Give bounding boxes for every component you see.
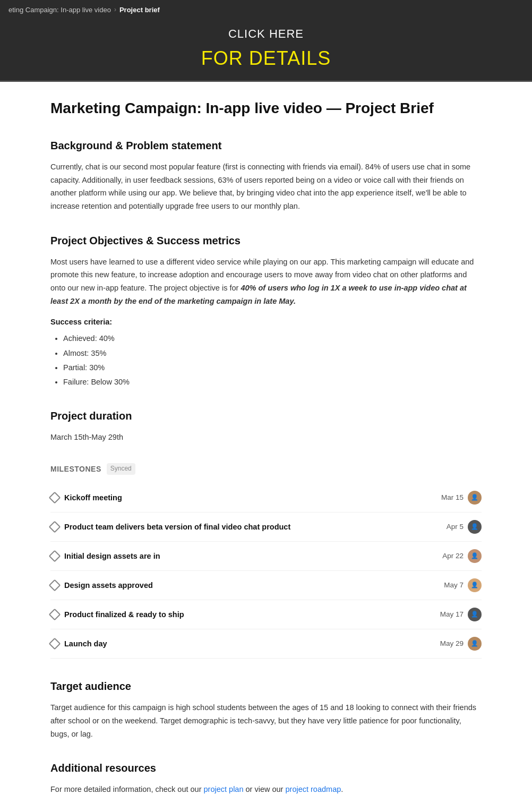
project-roadmap-link[interactable]: project roadmap xyxy=(285,785,341,793)
milestone-icon xyxy=(49,492,61,504)
milestone-name: Launch day xyxy=(64,638,107,650)
breadcrumb-parent: eting Campaign: In-app live video xyxy=(8,5,111,16)
milestone-date: May 29 xyxy=(440,638,464,650)
section-objectives: Project Objectives & Success metrics Mos… xyxy=(50,232,482,389)
milestone-row: Launch day May 29 👤 xyxy=(50,629,482,659)
milestone-date: Apr 5 xyxy=(447,521,464,533)
milestone-left: Launch day xyxy=(50,638,107,650)
milestone-date: Mar 15 xyxy=(441,492,464,503)
milestone-icon xyxy=(49,579,61,592)
milestone-left: Product team delivers beta version of fi… xyxy=(50,521,290,533)
section-milestones: Milestones Synced Kickoff meeting Mar 15… xyxy=(50,463,482,659)
section-target: Target audience Target audience for this… xyxy=(50,678,482,740)
milestone-left: Design assets approved xyxy=(50,579,153,592)
milestone-date: Apr 22 xyxy=(442,550,464,562)
project-plan-link[interactable]: project plan xyxy=(204,785,244,793)
list-item: Achieved: 40% xyxy=(63,332,482,345)
section-background-heading: Background & Problem statement xyxy=(50,137,482,154)
avatar: 👤 xyxy=(468,491,482,505)
milestone-left: Product finalized & ready to ship xyxy=(50,609,184,621)
section-resources-body: For more detailed information, check out… xyxy=(50,783,482,796)
milestone-left: Initial design assets are in xyxy=(50,550,160,562)
milestone-name: Product finalized & ready to ship xyxy=(64,609,184,621)
list-item: Almost: 35% xyxy=(63,347,482,360)
milestone-row: Product finalized & ready to ship May 17… xyxy=(50,600,482,629)
milestone-icon xyxy=(49,638,61,650)
milestone-icon xyxy=(49,550,61,562)
success-criteria-label: Success criteria: xyxy=(50,316,482,328)
milestone-date: May 17 xyxy=(440,609,464,620)
section-duration-heading: Project duration xyxy=(50,407,482,424)
section-resources-heading: Additional resources xyxy=(50,759,482,776)
list-item: Partial: 30% xyxy=(63,362,482,374)
milestone-name: Product team delivers beta version of fi… xyxy=(64,521,290,533)
milestone-icon xyxy=(49,521,61,533)
section-background: Background & Problem statement Currently… xyxy=(50,137,482,213)
milestone-right: May 29 👤 xyxy=(440,637,482,651)
section-target-heading: Target audience xyxy=(50,678,482,695)
breadcrumb-current: Project brief xyxy=(119,5,160,16)
milestones-title: Milestones xyxy=(50,463,101,475)
milestone-left: Kickoff meeting xyxy=(50,492,122,504)
avatar: 👤 xyxy=(468,608,482,621)
milestone-right: Apr 5 👤 xyxy=(447,520,482,534)
section-duration: Project duration March 15th-May 29th xyxy=(50,407,482,444)
section-objectives-body: Most users have learned to use a differe… xyxy=(50,255,482,308)
section-duration-dates: March 15th-May 29th xyxy=(50,431,482,444)
milestone-name: Kickoff meeting xyxy=(64,492,122,504)
banner[interactable]: CLICK HERE For Details xyxy=(0,20,532,82)
section-background-body: Currently, chat is our second most popul… xyxy=(50,160,482,213)
section-objectives-heading: Project Objectives & Success metrics xyxy=(50,232,482,249)
banner-details-text: For Details xyxy=(0,43,532,74)
milestone-name: Initial design assets are in xyxy=(64,550,160,562)
avatar: 👤 xyxy=(468,637,482,651)
milestone-row: Product team delivers beta version of fi… xyxy=(50,513,482,542)
milestone-date: May 7 xyxy=(444,579,464,591)
breadcrumb: eting Campaign: In-app live video › Proj… xyxy=(8,5,160,16)
milestone-right: May 7 👤 xyxy=(444,578,482,592)
milestones-header: Milestones Synced xyxy=(50,463,482,475)
success-criteria-list: Achieved: 40% Almost: 35% Partial: 30% F… xyxy=(50,332,482,388)
milestone-right: Mar 15 👤 xyxy=(441,491,482,505)
section-resources: Additional resources For more detailed i… xyxy=(50,759,482,796)
resources-mid-text: or view our xyxy=(244,785,286,793)
avatar: 👤 xyxy=(468,520,482,534)
breadcrumb-separator: › xyxy=(114,5,116,15)
milestone-name: Design assets approved xyxy=(64,579,153,592)
avatar: 👤 xyxy=(468,549,482,563)
section-target-body: Target audience for this campaign is hig… xyxy=(50,701,482,740)
milestone-right: May 17 👤 xyxy=(440,608,482,621)
top-bar: eting Campaign: In-app live video › Proj… xyxy=(0,0,532,20)
main-content: Marketing Campaign: In-app live video — … xyxy=(38,82,494,811)
milestone-row: Kickoff meeting Mar 15 👤 xyxy=(50,483,482,513)
page-title: Marketing Campaign: In-app live video — … xyxy=(50,99,482,118)
milestone-right: Apr 22 👤 xyxy=(442,549,482,563)
avatar: 👤 xyxy=(468,578,482,592)
banner-click-text: CLICK HERE xyxy=(0,24,532,43)
list-item: Failure: Below 30% xyxy=(63,376,482,388)
resources-post-text: . xyxy=(341,785,343,793)
synced-badge: Synced xyxy=(107,463,135,474)
milestone-icon xyxy=(49,609,61,621)
milestone-row: Initial design assets are in Apr 22 👤 xyxy=(50,542,482,571)
milestone-row: Design assets approved May 7 👤 xyxy=(50,571,482,600)
resources-pre-text: For more detailed information, check out… xyxy=(50,785,204,793)
